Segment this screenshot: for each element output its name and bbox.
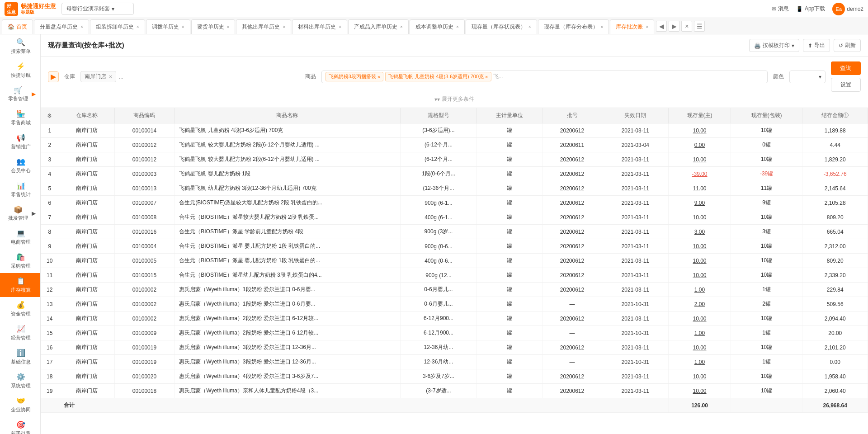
row-warehouse: 南岸门店	[59, 254, 114, 268]
row-warehouse: 南岸门店	[59, 340, 114, 355]
tab-zuzhangchaijian[interactable]: 组装拆卸单历史 ×	[90, 19, 145, 34]
refresh-button[interactable]: ↺ 刷新	[834, 39, 861, 52]
close-icon[interactable]: ×	[80, 24, 83, 29]
sidebar-item-mall[interactable]: 🏪 零售商城	[0, 106, 40, 130]
sidebar-item-system[interactable]: ⚙️ 系统管理	[0, 369, 40, 393]
row-qty-main[interactable]: 11.00	[669, 181, 731, 196]
tab-xiancunliang1[interactable]: 现存量（库存状况表） ×	[466, 19, 537, 34]
sidebar-item-marketing[interactable]: 📢 营销推广	[0, 130, 40, 154]
user-info[interactable]: Ea demo2	[832, 3, 863, 15]
row-qty-main[interactable]: -39.00	[669, 167, 731, 181]
row-unit: 罐	[477, 210, 542, 225]
product-tag-1[interactable]: 飞鹤奶粉3段丙捆搭装 ×	[326, 72, 384, 81]
tab-zuzhangchaijian-label: 组装拆卸单历史	[96, 23, 134, 31]
warehouse-tag[interactable]: 南岸门店 ×	[80, 71, 116, 82]
sidebar-item-member[interactable]: 👥 会员中心	[0, 154, 40, 178]
tab-cailiao[interactable]: 材料出库单历史 ×	[292, 19, 347, 34]
tab-qita[interactable]: 其他出库单历史 ×	[236, 19, 291, 34]
message-btn[interactable]: ✉ 消息	[772, 5, 789, 13]
tab-scroll-left[interactable]: ◀	[656, 21, 667, 32]
close-icon[interactable]: ×	[227, 24, 230, 29]
expand-more-conditions[interactable]: ▾▾ 展开更多条件	[48, 95, 861, 103]
sidebar-item-collab[interactable]: 🤝 企业协同	[0, 393, 40, 417]
tab-xiancunliang2[interactable]: 现存量（库存分布表） ×	[538, 19, 609, 34]
sidebar-item-retail[interactable]: 🛒 零售管理 ▶	[0, 82, 40, 106]
close-icon[interactable]: ×	[339, 24, 341, 29]
row-qty-main[interactable]: 9.00	[669, 196, 731, 210]
expand-button[interactable]: ▶	[48, 71, 59, 82]
tab-chengben[interactable]: 成本调整单历史 ×	[410, 19, 465, 34]
row-spec: 0-6月婴儿...	[400, 283, 476, 297]
tab-scroll-right[interactable]: ▶	[669, 21, 679, 32]
product-tag-2-close[interactable]: ×	[485, 74, 488, 80]
row-qty-main[interactable]: 10.00	[669, 311, 731, 326]
row-qty-main[interactable]: 10.00	[669, 152, 731, 167]
row-name: 惠氏启蒙（Wyeth illuma）2段奶粉 爱尔兰进口 6-12月较...	[175, 311, 400, 326]
row-qty-main[interactable]: 10.00	[669, 210, 731, 225]
sidebar-item-business[interactable]: 📈 经营管理	[0, 321, 40, 345]
sidebar-item-ecommerce[interactable]: 💻 电商管理	[0, 225, 40, 249]
tab-yaohuo[interactable]: 要货单历史 ×	[191, 19, 236, 34]
app-download-btn[interactable]: 📱 App下载	[796, 5, 825, 13]
row-qty-main[interactable]: 1.00	[669, 326, 731, 340]
row-spec: 900g (6-1...	[400, 196, 476, 210]
product-input-group[interactable]: 飞鹤奶粉3段丙捆搭装 × 飞鹤星飞帆 儿童奶粉 4段(3-6岁适用) 700克 …	[321, 71, 768, 83]
table-header-row: ⚙ 仓库名称 商品编码 商品名称 规格型号 主计量单位 批号 失效日期 现存量(…	[41, 108, 868, 123]
row-qty-main[interactable]: 10.00	[669, 239, 731, 254]
table-row: 16 南岸门店 00100019 惠氏启蒙（Wyeth illuma）3段奶粉 …	[41, 340, 868, 355]
sidebar-item-guide[interactable]: 🎯 新手引导	[0, 417, 40, 434]
sidebar-item-purchase[interactable]: 🛍️ 采购管理	[0, 249, 40, 273]
row-qty-main[interactable]: 0.00	[669, 138, 731, 152]
tab-menu[interactable]: ☰	[694, 21, 705, 32]
sidebar-item-wholesale[interactable]: 📦 批发管理 ▶	[0, 202, 40, 225]
search-button[interactable]: 查询	[831, 61, 861, 75]
row-amount: 2,339.20	[802, 268, 868, 283]
product-tag-2[interactable]: 飞鹤星飞帆 儿童奶粉 4段(3-6岁适用) 700克 ×	[385, 72, 491, 81]
col-expire: 失效日期	[602, 108, 669, 123]
sidebar-item-quicknav[interactable]: ⚡ 快捷导航	[0, 58, 40, 82]
sidebar-item-basic[interactable]: ℹ️ 基础信息	[0, 345, 40, 369]
export-button[interactable]: ⬆ 导出	[803, 39, 830, 52]
suite-dropdown[interactable]: 母婴行业演示账套 ▾	[61, 3, 134, 15]
tab-tiaobodanls-label: 调拨单历史	[152, 23, 179, 31]
product-tag-1-close[interactable]: ×	[377, 74, 380, 80]
close-icon[interactable]: ×	[137, 24, 139, 29]
warehouse-tag-close[interactable]: ×	[109, 74, 112, 80]
row-qty-main[interactable]: 10.00	[669, 340, 731, 355]
row-qty-main[interactable]: 3.00	[669, 225, 731, 239]
close-icon[interactable]: ×	[400, 24, 403, 29]
row-qty-main[interactable]: 10.00	[669, 268, 731, 283]
print-button[interactable]: 🖨️ 按模板打印 ▾	[749, 39, 799, 52]
sidebar-item-search[interactable]: 🔍 搜索菜单	[0, 34, 40, 58]
row-name: 合生元(BIOSTIME)派星较大婴儿配方奶粉 2段 乳铁蛋白的...	[175, 196, 400, 210]
row-qty-main[interactable]: 10.00	[669, 254, 731, 268]
settings-icon: ⚙	[47, 113, 52, 119]
close-icon[interactable]: ×	[601, 24, 604, 29]
close-icon[interactable]: ×	[283, 24, 285, 29]
row-name: 飞鹤星飞帆 儿童奶粉 4段(3-6岁适用) 700克	[175, 123, 400, 138]
tab-close-current[interactable]: ×	[681, 21, 692, 32]
col-settings[interactable]: ⚙	[41, 108, 59, 123]
tab-kucunpicizhang[interactable]: 库存批次账 ×	[610, 19, 654, 34]
close-icon[interactable]: ×	[646, 24, 648, 29]
row-expire: 2021-03-11	[602, 384, 669, 398]
sidebar-item-inventory[interactable]: 📋 库存核算	[0, 273, 40, 297]
row-qty-main[interactable]: 1.00	[669, 283, 731, 297]
tab-fenliangpandan[interactable]: 分量盘点单历史 ×	[34, 19, 89, 34]
color-select[interactable]: ▾	[789, 71, 826, 83]
close-icon[interactable]: ×	[528, 24, 531, 29]
row-qty-main[interactable]: 2.00	[669, 297, 731, 311]
close-icon[interactable]: ×	[182, 24, 184, 29]
settings-button[interactable]: 设置	[831, 78, 861, 92]
row-qty-main[interactable]: 10.00	[669, 384, 731, 398]
tab-home[interactable]: 🏠 首页	[2, 19, 33, 34]
row-qty-main[interactable]: 1.00	[669, 355, 731, 369]
warehouse-more[interactable]: ...	[119, 74, 123, 80]
tab-tiaobodanls[interactable]: 调拨单历史 ×	[146, 19, 190, 34]
tab-chancheng[interactable]: 产成品入库单历史 ×	[348, 19, 409, 34]
row-qty-main[interactable]: 10.00	[669, 123, 731, 138]
row-qty-main[interactable]: 10.00	[669, 369, 731, 384]
sidebar-item-stat[interactable]: 📊 零售统计	[0, 178, 40, 202]
sidebar-item-finance[interactable]: 💰 资金管理	[0, 297, 40, 321]
close-icon[interactable]: ×	[456, 24, 459, 29]
